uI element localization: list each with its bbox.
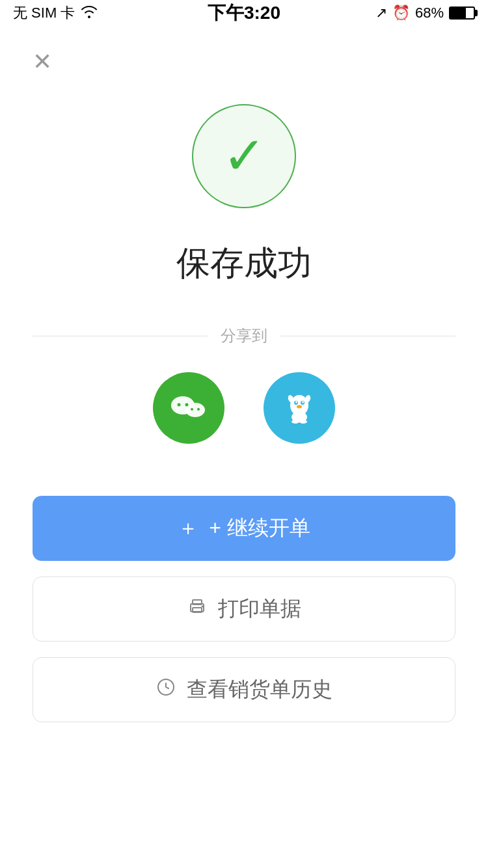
print-button[interactable]: 打印单据 — [33, 576, 455, 642]
share-icons-row — [153, 372, 335, 444]
print-icon — [187, 596, 208, 622]
divider-line-left — [33, 336, 208, 336]
share-label: 分享到 — [221, 325, 267, 346]
svg-point-9 — [299, 420, 307, 424]
svg-point-8 — [291, 420, 299, 424]
svg-point-1 — [185, 403, 205, 417]
checkmark-icon: ✓ — [223, 130, 266, 182]
svg-point-13 — [302, 401, 304, 403]
wifi-icon — [80, 4, 98, 22]
print-label: 打印单据 — [218, 595, 301, 623]
share-divider: 分享到 — [33, 325, 455, 346]
continue-order-button[interactable]: ＋ + 继续开单 — [33, 496, 455, 561]
alarm-icon: ⏰ — [392, 5, 410, 21]
battery-percent: 68% — [415, 5, 444, 21]
close-button[interactable]: ✕ — [26, 46, 59, 78]
battery-icon — [449, 7, 475, 20]
success-circle: ✓ — [192, 104, 296, 208]
action-buttons: ＋ + 继续开单 打印单据 查看销货单历史 — [33, 496, 455, 722]
status-time: 下午3:20 — [208, 1, 280, 25]
svg-point-20 — [202, 606, 204, 608]
history-icon — [156, 677, 176, 703]
status-left: 无 SIM 卡 — [13, 3, 98, 23]
wechat-share-button[interactable] — [153, 372, 224, 444]
svg-point-5 — [197, 408, 200, 411]
history-button[interactable]: 查看销货单历史 — [33, 657, 455, 722]
wechat-icon — [168, 387, 210, 429]
qq-icon — [278, 387, 321, 429]
svg-point-3 — [185, 403, 188, 406]
history-label: 查看销货单历史 — [187, 675, 332, 704]
status-right: ↗ ⏰ 68% — [375, 5, 475, 21]
svg-point-12 — [295, 401, 297, 403]
main-content: ✓ 保存成功 分享到 — [0, 78, 488, 868]
svg-point-4 — [191, 408, 193, 411]
success-title: 保存成功 — [176, 241, 312, 286]
close-icon: ✕ — [33, 50, 52, 74]
svg-point-14 — [297, 405, 302, 408]
plus-icon: ＋ — [178, 514, 198, 543]
continue-order-label: + 继续开单 — [209, 514, 310, 543]
divider-line-right — [280, 336, 455, 336]
status-bar: 无 SIM 卡 下午3:20 ↗ ⏰ 68% — [0, 0, 488, 26]
close-area: ✕ — [0, 26, 488, 78]
qq-share-button[interactable] — [264, 372, 335, 444]
location-icon: ↗ — [375, 5, 387, 21]
svg-point-2 — [177, 403, 180, 406]
no-sim-text: 无 SIM 卡 — [13, 3, 75, 23]
